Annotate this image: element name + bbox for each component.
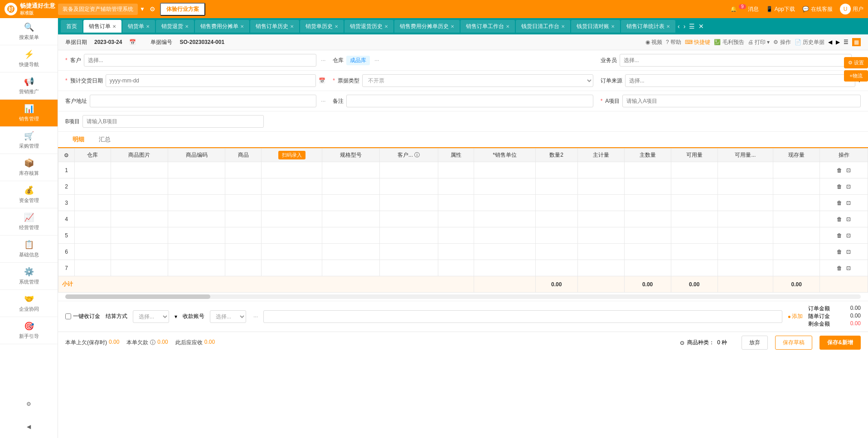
row-code-2[interactable] <box>168 178 225 195</box>
sidebar-collapse[interactable]: ◀ <box>0 415 58 438</box>
tab-close-sales-invoice[interactable]: ✕ <box>146 24 150 29</box>
sidebar-item-marketing[interactable]: 📢 营销推广 <box>0 72 58 100</box>
copy-icon-7[interactable]: ⊡ <box>846 265 851 271</box>
delete-icon-6[interactable]: 🗑 <box>837 249 842 255</box>
row-custcode-1[interactable] <box>379 162 438 178</box>
video-action[interactable]: ◉ 视频 <box>645 39 662 46</box>
tab-sales-expense[interactable]: 销售费用分摊单 ✕ <box>195 20 249 33</box>
tab-close-sales-order[interactable]: ✕ <box>112 24 116 29</box>
next-record-icon[interactable]: ▶ <box>836 39 840 45</box>
discard-button[interactable]: 放弃 <box>742 336 768 350</box>
sidebar-item-guide[interactable]: 🎯 新手引导 <box>0 317 58 344</box>
tab-close-expense-history[interactable]: ✕ <box>451 24 454 29</box>
col-code[interactable]: 商品编码 <box>168 149 225 162</box>
history-action[interactable]: 📄 历史单据 <box>795 39 824 46</box>
address-more-icon[interactable]: ··· <box>321 98 325 104</box>
table-scroll-bar[interactable] <box>65 294 861 299</box>
row-warehouse-6[interactable] <box>75 244 111 260</box>
col-attribute[interactable]: 属性 <box>438 149 474 162</box>
warehouse-more-icon[interactable]: ··· <box>374 57 379 63</box>
col-main-unit[interactable]: 主计量 <box>577 149 624 162</box>
col-available[interactable]: 可用量 <box>671 149 718 162</box>
help-action[interactable]: ? 帮助 <box>666 39 681 46</box>
tab-order-workbench[interactable]: 销售订单工作台 ✕ <box>461 20 515 33</box>
add-payment-btn[interactable]: ● 添加 <box>788 313 803 320</box>
one-click-checkbox[interactable] <box>65 313 71 319</box>
tab-summary[interactable]: 汇总 <box>92 132 118 147</box>
sidebar-item-sales[interactable]: 📊 销售管理 <box>0 100 58 127</box>
row-warehouse-2[interactable] <box>75 178 111 195</box>
address-input[interactable] <box>90 95 316 107</box>
system-dropdown-icon[interactable]: ▼ <box>140 6 145 12</box>
col-settings[interactable]: ⚙ <box>58 149 75 162</box>
row-attr-1[interactable] <box>438 162 474 178</box>
delete-icon-7[interactable]: 🗑 <box>837 265 842 271</box>
tab-prev-btn[interactable]: ‹ <box>676 23 682 30</box>
owe-info-icon[interactable]: ⓘ <box>150 339 155 347</box>
row-warehouse-3[interactable] <box>75 195 111 211</box>
sidebar-item-inventory[interactable]: 📦 库存核算 <box>0 154 58 181</box>
tab-close-sales-return[interactable]: ✕ <box>185 24 189 29</box>
sidebar-item-basic[interactable]: 📋 基础信息 <box>0 236 58 263</box>
receipt-more-icon[interactable]: ··· <box>253 313 258 320</box>
grid-view-icon[interactable]: ▦ <box>852 38 861 46</box>
solution-button[interactable]: 体验行业方案 <box>160 3 205 16</box>
row-code-1[interactable] <box>168 162 225 178</box>
col-current[interactable]: 现存量 <box>773 149 820 162</box>
delete-icon-5[interactable]: 🗑 <box>837 232 842 239</box>
tab-detail[interactable]: 明细 <box>65 132 92 148</box>
row-custcode-2[interactable] <box>379 178 438 195</box>
tab-close-order-workbench[interactable]: ✕ <box>506 24 509 29</box>
tab-close-sales-expense[interactable]: ✕ <box>240 24 244 29</box>
tab-cash-workbench[interactable]: 钱货日清工作台 ✕ <box>516 20 570 33</box>
tab-close-order-stats[interactable]: ✕ <box>666 24 670 29</box>
row-unit-2[interactable] <box>474 178 535 195</box>
shortcut-action[interactable]: ⌨ 快捷键 <box>685 39 710 46</box>
copy-icon-6[interactable]: ⊡ <box>846 249 851 255</box>
col-warehouse[interactable]: 仓库 <box>75 149 111 162</box>
sidebar-item-purchase[interactable]: 🛒 采购管理 <box>0 127 58 154</box>
copy-icon-3[interactable]: ⊡ <box>846 200 851 206</box>
profit-action[interactable]: 💹 毛利预告 <box>714 39 744 46</box>
one-click-label[interactable]: 一键收订金 <box>65 313 100 320</box>
customer-input[interactable] <box>84 54 317 67</box>
col-customer-code[interactable]: 客户... ⓘ <box>379 149 438 162</box>
save-new-button[interactable]: 保存&新增 <box>820 336 861 350</box>
gear-icon[interactable]: ⚙ <box>150 5 155 13</box>
tab-expense-history[interactable]: 销售费用分摊单历史 ✕ <box>394 20 460 33</box>
col-main-qty[interactable]: 主数量 <box>624 149 671 162</box>
row-unit-1[interactable] <box>474 162 535 178</box>
customer-more-icon[interactable]: ··· <box>321 57 325 63</box>
table-scroll-thumb[interactable] <box>65 294 210 299</box>
copy-icon-2[interactable]: ⊡ <box>846 183 851 190</box>
list-view-icon[interactable]: ☰ <box>844 39 849 45</box>
col-sales-unit[interactable]: *销售单位 <box>474 149 535 162</box>
col-qty2[interactable]: 数量2 <box>535 149 577 162</box>
tab-close-cash-reconcile[interactable]: ✕ <box>611 24 615 29</box>
row-warehouse-1[interactable] <box>75 162 111 178</box>
col-spec[interactable]: 规格型号 <box>322 149 379 162</box>
delivery-date-input[interactable] <box>106 74 316 87</box>
print-action[interactable]: 🖨 打印 ▾ <box>748 39 770 46</box>
scan-button[interactable]: 扫码录入 <box>278 151 305 159</box>
row-qty2-1[interactable] <box>535 162 577 178</box>
row-mainqty-2[interactable] <box>624 178 671 195</box>
operation-action[interactable]: ⚙ 操作 <box>773 39 790 46</box>
tab-close-order-history[interactable]: ✕ <box>290 24 294 29</box>
copy-icon-5[interactable]: ⊡ <box>846 232 851 239</box>
notification-bell[interactable]: 🔔 9 消息 <box>730 5 759 13</box>
sidebar-settings[interactable]: ⚙ <box>0 393 58 415</box>
copy-icon-1[interactable]: ⊡ <box>846 167 851 173</box>
tab-close-cash-workbench[interactable]: ✕ <box>561 24 565 29</box>
a-project-input[interactable] <box>622 95 861 107</box>
row-qty2-2[interactable] <box>535 178 577 195</box>
tab-sales-invoice[interactable]: 销货单 ✕ <box>122 20 155 33</box>
delete-icon-1[interactable]: 🗑 <box>837 167 842 173</box>
tab-sales-return[interactable]: 销货退货 ✕ <box>156 20 194 33</box>
row-product-2[interactable] <box>225 178 262 195</box>
row-product-1[interactable] <box>225 162 262 178</box>
row-warehouse-5[interactable] <box>75 227 111 244</box>
tab-next-btn[interactable]: › <box>682 23 688 30</box>
row-spec-1[interactable] <box>322 162 379 178</box>
tab-order-history[interactable]: 销售订单历史 ✕ <box>250 20 299 33</box>
